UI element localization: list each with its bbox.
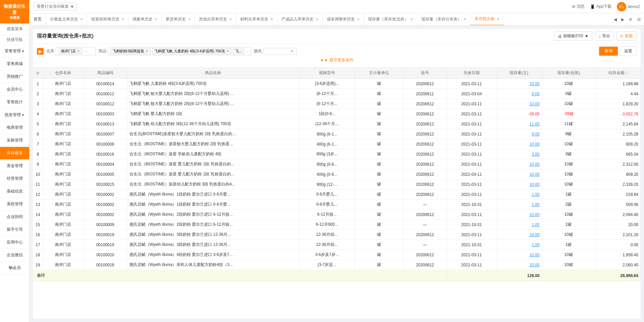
- col-settings[interactable]: ⚙: [33, 67, 43, 79]
- more-icon[interactable]: ···: [84, 49, 87, 54]
- settings-icon[interactable]: ⚙: [36, 71, 40, 75]
- message-button[interactable]: ✉ 消息: [572, 4, 585, 9]
- table-row: 9 南岸门店 00100004 合生元（BIOSTIME）派星 婴儿配方奶粉 1…: [33, 159, 641, 169]
- tab-close-icon[interactable]: ✕: [229, 17, 232, 21]
- row-qty-pkg: 10罐: [542, 169, 595, 179]
- tab-combo-history[interactable]: 组装拆卸单历史 ✕: [87, 13, 128, 25]
- sidebar-item-inventory[interactable]: 库存核算: [0, 147, 29, 160]
- row-qty-main: 2.00: [496, 200, 542, 210]
- tab-close-icon[interactable]: ✕: [121, 17, 124, 21]
- chevron-down-icon: ▼: [21, 50, 24, 53]
- sidebar-item-finance[interactable]: 资金管理: [0, 160, 29, 172]
- tab-close-all[interactable]: ✕: [627, 17, 635, 22]
- sidebar-item-vip[interactable]: 畅会员: [0, 262, 29, 274]
- warehouse-filter-input[interactable]: 南岸门店 ✕ ···: [56, 47, 96, 55]
- org-selector[interactable]: 母婴行业演示账套 ▼: [34, 3, 77, 10]
- tab-cost-adjust-history[interactable]: 成本调整单历史 ✕: [323, 13, 364, 25]
- search-button[interactable]: 查询: [599, 47, 618, 56]
- row-code: 00100015: [83, 179, 127, 190]
- row-spec: 900g (12-...: [299, 179, 355, 190]
- tab-close-icon[interactable]: ✕: [357, 17, 360, 21]
- row-expire: 2021-03-11: [447, 250, 496, 260]
- row-code: 00100002: [83, 210, 127, 220]
- sidebar-item-corp[interactable]: 企业协同: [0, 211, 29, 223]
- sidebar-item-retail[interactable]: 零售管理 ▼: [0, 45, 29, 58]
- sidebar-item-ecommerce[interactable]: 电商管理: [0, 121, 29, 134]
- export-button[interactable]: ↓ 导出: [595, 32, 614, 41]
- refresh-button[interactable]: ↻ 刷新: [616, 32, 637, 41]
- row-code: 00100016: [83, 149, 127, 159]
- table-row: 15 南岸门店 00100009 惠氏启赋（Wyeth illuma）2段奶粉 …: [33, 220, 641, 230]
- tab-require-history[interactable]: 要货单历史 ✕: [162, 13, 195, 25]
- sidebar-item-member[interactable]: 会员中心: [0, 83, 29, 96]
- row-no: 11: [33, 179, 43, 190]
- table-header-row: ⚙ 仓库名称 商品编码 商品名称 规格型号 主计量单位 批号 失效日期 现存量(…: [33, 67, 641, 79]
- sidebar-item-wechat[interactable]: 企业微信: [0, 249, 29, 262]
- tab-close-icon[interactable]: ✕: [316, 17, 318, 21]
- row-qty-pkg: 10罐: [542, 99, 595, 109]
- row-unit: 罐: [355, 149, 403, 159]
- tab-close-icon[interactable]: ✕: [270, 17, 273, 21]
- product-tag-close-0[interactable]: ✕: [146, 49, 148, 53]
- sidebar-quick-nav[interactable]: 快捷导航: [0, 35, 29, 45]
- row-warehouse: 南岸门店: [43, 190, 83, 200]
- sidebar-logo[interactable]: 畅捷通好生意 标题版: [0, 0, 29, 23]
- tab-inventory-dist[interactable]: 现存量（库存分布表） ✕: [417, 13, 471, 25]
- row-qty-main: 1.00: [496, 240, 542, 250]
- sidebar-item-basic[interactable]: 基础信息: [0, 185, 29, 198]
- tab-close-icon[interactable]: ✕: [464, 17, 466, 21]
- tab-batch-voucher[interactable]: 库存批次账 ✕: [471, 13, 504, 25]
- tab-transfer-history[interactable]: 调拨单历史 ✕: [128, 13, 162, 25]
- tab-close-icon[interactable]: ✕: [80, 17, 83, 21]
- sidebar-item-stats[interactable]: 零售统计: [0, 96, 29, 109]
- sidebar-item-wholesale[interactable]: 批发管理 ▼: [0, 109, 29, 121]
- warehouse-tag-close[interactable]: ✕: [77, 49, 80, 53]
- row-code: 00100013: [83, 119, 127, 129]
- setting-button[interactable]: 设置: [620, 46, 637, 56]
- filter-expand-button[interactable]: ▶: [37, 48, 44, 55]
- tab-scroll-left[interactable]: ◀: [612, 16, 619, 23]
- table-row: 2 南岸门店 00100012 飞鹤星飞帆 较大婴儿配方奶粉 2段(6-12个月…: [33, 89, 641, 99]
- tab-home[interactable]: 首页: [30, 13, 46, 25]
- tab-scroll-right[interactable]: ▶: [619, 16, 626, 23]
- tab-split-history[interactable]: 分量盘点单历史 ✕: [46, 13, 87, 25]
- color-filter-input[interactable]: ▼: [263, 48, 297, 55]
- tab-minimize-all[interactable]: ⊟: [635, 17, 643, 22]
- template-print-button[interactable]: 🖨 按模板打印 ▼: [554, 32, 592, 41]
- tab-material-history[interactable]: 材料出库单历史 ✕: [236, 13, 277, 25]
- row-qty-main: 11.00: [496, 119, 542, 129]
- tab-close-icon[interactable]: ✕: [410, 17, 413, 21]
- tab-inventory-status[interactable]: 现存量（库存状况表） ✕: [364, 13, 417, 25]
- sidebar-item-guide[interactable]: 新手引导: [0, 223, 29, 236]
- sidebar-item-marketing[interactable]: 营销推广: [0, 70, 29, 83]
- row-batch: 20200612: [403, 159, 447, 169]
- expand-more-conditions[interactable]: ▼▼ 展开更多条件: [37, 56, 637, 64]
- app-download-button[interactable]: 📱 App下载: [590, 4, 611, 9]
- sidebar-item-system[interactable]: 系统管理: [0, 198, 29, 211]
- sidebar-item-shop[interactable]: 零售商城: [0, 58, 29, 70]
- sidebar-search[interactable]: 搜索菜单: [0, 23, 29, 35]
- product-tag-2: 飞...: [233, 48, 244, 54]
- sidebar-item-purchase[interactable]: 采购管理: [0, 134, 29, 147]
- row-name: 飞鹤星飞帆 幼儿配方奶粉 3段(12-36个月幼儿适用) 700克: [127, 119, 299, 129]
- tab-product-in-history[interactable]: 产成品入库单历史 ✕: [277, 13, 323, 25]
- row-name: 惠氏启赋（Wyeth illuma）3段奶粉 爱尔兰进口 12-36月...: [127, 230, 299, 240]
- product-filter-input[interactable]: 飞鹤奶粉3段两提装 ✕ 飞鹤星飞帆 儿童奶粉 4段(3-6岁适用) 700克 ✕…: [108, 47, 251, 55]
- tab-close-icon[interactable]: ✕: [497, 17, 499, 21]
- sidebar-item-business[interactable]: 经营管理: [0, 172, 29, 185]
- main-area: 母婴行业演示账套 ▼ ✉ 消息 📱 App下载 Ea demo2 首页 分量盘点…: [30, 0, 644, 322]
- user-menu[interactable]: Ea demo2: [617, 2, 640, 11]
- product-tag-close-1[interactable]: ✕: [226, 49, 229, 53]
- tab-close-icon[interactable]: ✕: [155, 17, 157, 21]
- warehouse-tag: 南岸门店 ✕: [59, 48, 82, 54]
- more-icon[interactable]: ···: [246, 49, 249, 54]
- sidebar-item-apps[interactable]: 应用中心: [0, 236, 29, 249]
- tab-other-out-history[interactable]: 其他出库单历史 ✕: [195, 13, 236, 25]
- tab-close-icon[interactable]: ✕: [188, 17, 191, 21]
- row-unit: 罐: [355, 230, 403, 240]
- row-amount: 229.84: [595, 190, 641, 200]
- row-amount: 1,189.88: [595, 79, 641, 89]
- row-batch: 20200612: [403, 149, 447, 159]
- row-batch: 20200612: [403, 190, 447, 200]
- row-unit: 罐: [355, 220, 403, 230]
